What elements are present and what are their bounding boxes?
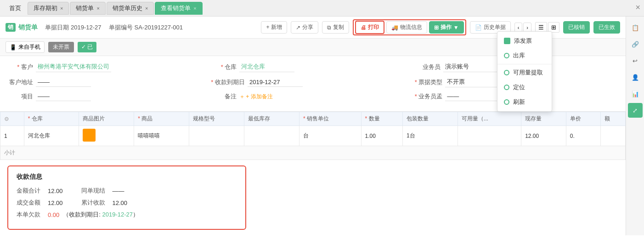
address-field: 客户地址 —— (7, 78, 211, 87)
payment-row-3: 本单欠款 0.00 （收款到期日: 2019-12-27） (17, 211, 237, 219)
warehouse-value[interactable]: 河北仓库 (239, 62, 294, 72)
accumulated-value: 12.00 (113, 199, 128, 206)
project-field: 项目 —— (7, 92, 211, 101)
transaction-item: 成交金额 12.00 (17, 199, 63, 207)
add-note-button[interactable]: ＋ + 添加备注 (239, 93, 272, 101)
effective-button[interactable]: 已生效 (593, 21, 620, 34)
address-value: —— (36, 78, 91, 87)
settings-icon: ⚙ (4, 116, 9, 122)
payment-row-1: 金额合计 12.00 同单现结 —— (17, 187, 237, 195)
dropdown-item-add-invoice[interactable]: 添发票 (497, 34, 552, 48)
tab-sales[interactable]: 销货单 × (70, 2, 105, 15)
ticket-type-value: 不开票 (445, 77, 500, 87)
note-field: 备注 ＋ + 添加备注 (211, 92, 414, 101)
operate-dropdown-menu: 添发票 出库 可用量提取 定位 刷新 (497, 31, 552, 112)
transaction-value: 12.00 (48, 199, 63, 206)
tab-inventory[interactable]: 库存期初 × (28, 2, 69, 15)
row-unit-price: 0. (566, 126, 601, 146)
current-due-label: 本单欠款 (17, 211, 44, 219)
row-warehouse: 河北仓库 (24, 126, 79, 146)
revoked-button[interactable]: 已核销 (563, 21, 590, 34)
from-phone-button[interactable]: 📱 来自手机 (6, 41, 45, 53)
project-value: —— (36, 92, 91, 101)
locate-label: 定位 (513, 83, 525, 91)
dropdown-item-available[interactable]: 可用量提取 (497, 65, 552, 80)
warehouse-field: 仓库 河北仓库 (211, 62, 414, 72)
dropdown-item-outbound[interactable]: 出库 (497, 48, 552, 63)
operate-label: 操作 (441, 23, 452, 31)
subtotal-row: 小计 (0, 146, 626, 160)
data-table: ⚙ * 仓库 商品图片 * 商品 规格型号 最低库存 * 销售单位 * 数量 包… (0, 112, 626, 160)
sidebar-icon-5[interactable]: 📊 (628, 86, 643, 101)
tab-inventory-close[interactable]: × (60, 6, 63, 11)
doc-icon: 销 (6, 23, 16, 32)
locate-icon (504, 85, 509, 90)
warehouse-label: 仓库 (211, 63, 237, 71)
dropdown-divider (497, 64, 552, 64)
dropdown-item-refresh[interactable]: 刷新 (497, 95, 552, 109)
col-warehouse: * 仓库 (24, 112, 79, 126)
share-button[interactable]: ↗ 分享 (291, 21, 318, 34)
sidebar-icon-4[interactable]: 👤 (628, 70, 643, 85)
due-date-field: 收款到期日 2019-12-27 (211, 78, 414, 87)
tab-home[interactable]: 首页 (4, 2, 27, 15)
tab-view-sales-close[interactable]: × (193, 6, 196, 11)
new-button[interactable]: + 新增 (261, 21, 287, 34)
tab-view-sales[interactable]: 查看销货单 × (155, 2, 202, 15)
table-header-row: ⚙ * 仓库 商品图片 * 商品 规格型号 最低库存 * 销售单位 * 数量 包… (0, 112, 626, 126)
tab-view-sales-label: 查看销货单 (161, 4, 191, 12)
doc-date-value: 2019-12-27 (71, 24, 102, 31)
col-current-stock: 现存量 (521, 112, 566, 126)
copy-label: 复制 (333, 23, 344, 31)
col-quantity: * 数量 (361, 112, 402, 126)
doc-number-value: SA-20191227-001 (135, 24, 183, 31)
not-open-button[interactable]: 未开票 (48, 42, 74, 52)
available-icon (504, 70, 509, 75)
customer-value[interactable]: 柳州粤港平安气体有限公司 (36, 62, 111, 72)
row-spec (189, 126, 244, 146)
tab-sales-close[interactable]: × (96, 6, 99, 11)
doc-number-item: 单据编号 SA-20191227-001 (109, 23, 183, 32)
note-label: 备注 (211, 92, 237, 101)
check-icon: ✓ (81, 44, 86, 50)
add-invoice-label: 添发票 (514, 37, 532, 45)
total-value: 12.00 (48, 188, 63, 194)
add-invoice-icon (504, 38, 510, 44)
customer-field: 客户 柳州粤港平安气体有限公司 (7, 62, 211, 72)
sidebar-icon-2[interactable]: 🔗 (628, 37, 643, 51)
check-button[interactable]: ✓ 已 (78, 42, 96, 52)
total-label: 金额合计 (17, 187, 44, 195)
payment-row-2: 成交金额 12.00 累计收款 12.00 (17, 199, 237, 207)
window-close-button[interactable]: × (635, 3, 640, 12)
sidebar-icon-1[interactable]: 📋 (628, 20, 643, 35)
add-note-label: + 添加备注 (246, 93, 272, 101)
address-label: 客户地址 (7, 78, 33, 86)
col-settings[interactable]: ⚙ (0, 112, 24, 126)
history-icon: 📄 (475, 24, 482, 31)
tab-sales-history-close[interactable]: × (145, 6, 148, 11)
plus-icon: ＋ (239, 93, 245, 101)
doc-date-label: 单据日期 (45, 23, 69, 32)
row-quantity: 1.00 (361, 126, 402, 146)
logistics-button[interactable]: 🚚 物流信息 (386, 21, 427, 34)
col-available: 可用量（... (458, 112, 521, 126)
refresh-icon (504, 99, 509, 105)
dropdown-item-locate[interactable]: 定位 (497, 80, 552, 95)
operate-button[interactable]: ⊞ 操作 ▼ (429, 21, 464, 34)
customer-label: 客户 (7, 63, 33, 71)
col-sales-unit: * 销售单位 (299, 112, 361, 126)
row-min-stock (244, 126, 299, 146)
sidebar-icon-6[interactable]: ⤢ (628, 103, 643, 118)
check-label: 已 (87, 44, 93, 50)
doc-number-label: 单据编号 (109, 23, 133, 32)
operate-dropdown-icon: ▼ (453, 24, 459, 31)
tab-sales-history[interactable]: 销货单历史 × (107, 2, 154, 15)
copy-button[interactable]: ⧉ 复制 (322, 21, 349, 34)
same-settlement-value: —— (113, 188, 124, 194)
tab-bar: 首页 库存期初 × 销货单 × 销货单历史 × 查看销货单 × × (0, 0, 644, 17)
current-due-item: 本单欠款 0.00 （收款到期日: 2019-12-27） (17, 211, 139, 219)
transaction-label: 成交金额 (17, 199, 44, 207)
sidebar-icon-3[interactable]: ↩ (628, 53, 643, 68)
row-product: 嘻嘻嘻嘻 (134, 126, 189, 146)
print-button[interactable]: 🖨 打印 (355, 21, 384, 34)
